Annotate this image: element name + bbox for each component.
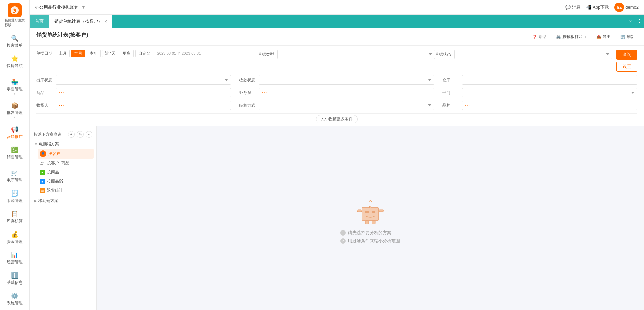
doctype-select[interactable] [277,50,435,59]
logo-svg [10,6,19,15]
refresh-button[interactable]: 🔄 刷新 [618,33,637,41]
docstatus-select[interactable] [454,50,612,59]
receiver-input[interactable]: ··· [56,101,231,110]
export-button[interactable]: 📤 导出 [594,33,613,41]
doctype-filter-group: 单据类型 [258,50,435,59]
outstatus-label: 出库状态 [36,77,53,83]
tree-child-by-goods-99-label: 按商品99 [47,178,63,184]
collapse-button[interactable]: ∧∧ 收起更多条件 [316,115,358,123]
tab-home[interactable]: 首页 [30,15,49,28]
panel-edit-button[interactable]: ✎ [77,131,84,138]
tab-sales-stat[interactable]: 销货单统计表（按客户） × [49,15,112,28]
tree-parent-desktop-label: 电脑端方案 [39,141,59,147]
svg-point-2 [41,162,42,163]
sidebar-item-finance[interactable]: 💰 资金管理 [0,227,29,248]
date-btn-last-month[interactable]: 上月 [56,50,70,57]
print-arrow-icon: ▼ [584,35,587,39]
help-icon: ❓ [532,35,537,39]
avatar: Ea [614,3,624,12]
tabbar: 首页 销货单统计表（按客户） × × ⛶ [30,15,644,28]
tree-parent-desktop[interactable]: ▼ 电脑端方案 [32,140,94,149]
receiptstatus-select[interactable] [259,75,434,85]
page-header-actions: ❓ 帮助 🖨️ 按模板打印 ▼ 📤 导出 🔄 刷新 [530,33,637,41]
date-btn-7days[interactable]: 近7天 [102,50,118,57]
tree-child-by-customer-label: 按客户 [48,151,60,157]
page-inner-header: 销货单统计表(按客户) ❓ 帮助 🖨️ 按模板打印 ▼ 📤 导出 🔄 刷新 [30,28,644,46]
svg-rect-8 [357,210,362,212]
sidebar-item-retail[interactable]: 🏪 零售管理 ▼ [0,75,29,99]
goods-input[interactable]: ··· [56,88,231,97]
warehouse-input[interactable]: ··· [462,75,637,85]
svg-rect-4 [362,207,379,221]
svg-point-1 [14,9,16,11]
svg-rect-9 [379,210,384,212]
tab-maximize-icon[interactable]: ⛶ [635,18,640,24]
sidebar: 畅捷通好生意 标版 🔍 搜索菜单 ⭐ 快捷导航 🏪 零售管理 ▼ 📦 批发管理 … [0,0,30,310]
tree-parent-mobile-label: 移动端方案 [38,198,58,204]
sidebar-item-marketing-label: 营销推广 [7,134,23,140]
tree-child-by-goods[interactable]: ■ 按商品 [38,168,94,177]
settlement-select[interactable] [259,101,434,110]
export-label: 导出 [603,34,611,40]
tree-child-by-customer-goods-label: 按客户+商品 [47,160,69,166]
date-filter-label: 单据日期 [36,51,53,56]
tab-close-icon[interactable]: × [104,19,107,24]
date-btn-custom[interactable]: 自定义 [135,50,153,57]
sidebar-item-ecommerce[interactable]: 🛒 电商管理 [0,166,29,187]
sidebar-item-wholesale[interactable]: 📦 批发管理 ▲ [0,99,29,122]
sidebar-item-quicknav[interactable]: ⭐ 快捷导航 [0,52,29,72]
help-button[interactable]: ❓ 帮助 [530,33,549,41]
system-icon: ⚙️ [11,292,18,300]
sidebar-item-finance-label: 资金管理 [7,239,23,245]
operation-icon: 📊 [11,251,18,259]
salesperson-label: 业务员 [239,90,256,96]
print-button[interactable]: 🖨️ 按模板打印 ▼ [553,33,590,41]
collapse-up-icon: ∧∧ [321,117,327,122]
sidebar-item-system[interactable]: ⚙️ 系统管理 [0,289,29,309]
tree-child-by-goods-99[interactable]: ■ 按商品99 [38,177,94,186]
sidebar-item-operation[interactable]: 📊 经营管理 [0,248,29,268]
filter-row-1: 单据日期 上月 本月 本年 近7天 更多 自定义 2023-03-01 至 20… [36,50,637,75]
sidebar-item-retail-label: 零售管理 [7,86,23,92]
sidebar-item-search[interactable]: 🔍 搜索菜单 [0,31,29,52]
appdownload-label: App下载 [593,4,609,10]
panel-collapse-button[interactable]: « [86,131,92,138]
refresh-icon: 🔄 [620,35,625,39]
query-button[interactable]: 查询 [616,50,637,60]
tip-num-2: 2 [340,238,346,244]
sidebar-item-basic-label: 基础信息 [7,280,23,286]
user-profile[interactable]: Ea demo2 [614,3,639,12]
brand-input[interactable]: ··· [462,101,637,110]
date-btn-this-month[interactable]: 本月 [71,50,85,57]
sidebar-item-purchase[interactable]: 🧾 采购管理 [0,187,29,207]
salesperson-input[interactable]: ··· [259,88,434,97]
empty-tips: 1 请先选择要分析的方案 2 用过滤条件来缩小分析范围 [340,230,400,244]
outstatus-select[interactable] [56,75,231,85]
date-btn-more[interactable]: 更多 [120,50,134,57]
edit-icon: ✎ [79,132,82,137]
department-select[interactable] [462,88,637,97]
sidebar-item-basic[interactable]: ℹ️ 基础信息 [0,268,29,289]
docstatus-filter-label: 单据状态 [435,52,452,57]
tree-children-desktop: 👤 按客户 [32,149,94,195]
filter-section: 单据日期 上月 本月 本年 近7天 更多 自定义 2023-03-01 至 20… [30,46,644,126]
setting-button[interactable]: 设置 [616,62,637,72]
return-stat-icon-text: ▦ [41,189,44,192]
receiptstatus-label: 收款状态 [239,77,256,83]
appdownload-button[interactable]: 📲 App下载 [586,4,609,10]
tree-child-return-stat[interactable]: ▦ 退货统计 [38,186,94,195]
tree-child-by-customer-goods[interactable]: 按客户+商品 [38,159,94,168]
collapse-label: 收起更多条件 [328,116,353,122]
tree-child-by-customer[interactable]: 👤 按客户 [38,149,94,159]
sidebar-item-sales[interactable]: 💹 销售管理 [0,143,29,163]
main-area: 办公用品行业模拟账套 ▼ 💬 消息 📲 App下载 Ea demo2 首页 [30,0,644,310]
tab-close-all-icon[interactable]: × [629,18,632,24]
sidebar-item-marketing[interactable]: 📢 营销推广 [0,122,29,143]
industry-dropdown-icon[interactable]: ▼ [81,5,86,10]
tree-parent-mobile[interactable]: ▶ 移动端方案 [32,196,94,205]
sidebar-item-inventory[interactable]: 📋 库存核算 [0,207,29,227]
panel-add-button[interactable]: + [68,131,75,138]
tip-text-2: 用过滤条件来缩小分析范围 [348,238,400,244]
message-button[interactable]: 💬 消息 [565,4,581,10]
date-btn-this-year[interactable]: 本年 [87,50,101,57]
